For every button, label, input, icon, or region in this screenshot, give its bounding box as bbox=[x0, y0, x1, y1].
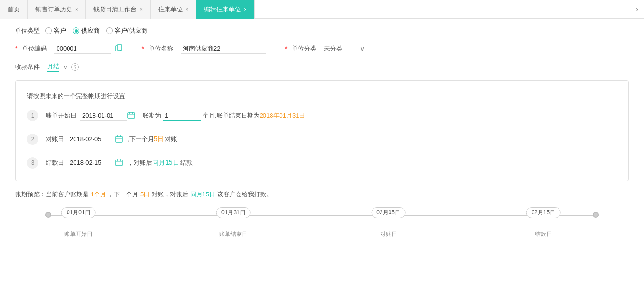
timeline-node-1: 01月01日 账单开始日 bbox=[61, 207, 96, 238]
step-1-period-suffix: 个月,账单结束日期为 bbox=[203, 111, 260, 120]
step-3-date-input[interactable] bbox=[68, 158, 115, 168]
step-1-period-label: 账期为 bbox=[143, 111, 161, 120]
payment-condition-row: 收款条件 月结 ∨ ? bbox=[15, 62, 629, 72]
radio-customer-circle bbox=[45, 27, 52, 34]
step-1-label: 账单开始日 bbox=[46, 111, 76, 120]
preview-highlight-2: 5日 bbox=[140, 191, 150, 198]
timeline-node-4: 02月15日 结款日 bbox=[526, 207, 560, 238]
step-1-end-date: 2018年01月31日 bbox=[260, 111, 305, 120]
svg-rect-2 bbox=[128, 113, 135, 118]
payment-dropdown-icon[interactable]: ∨ bbox=[63, 64, 68, 70]
step-row-3: 3 结款日 ，对账后 同月15日 结款 bbox=[27, 157, 617, 169]
tab-home[interactable]: 首页 bbox=[0, 0, 28, 19]
unit-category-required: * bbox=[285, 45, 287, 52]
close-edit-partner-icon[interactable]: × bbox=[244, 7, 246, 12]
preview-section: 账期预览：当前客户账期是 1个月 ，下一个月 5日 对账，对账后 同月15日 该… bbox=[15, 189, 629, 200]
preview-mid2: 对账，对账后 bbox=[152, 191, 188, 198]
radio-supplier-circle bbox=[73, 27, 79, 34]
tab-cash-work-label: 钱货日清工作台 bbox=[93, 5, 136, 14]
tabs-bar: 首页 销售订单历史 × 钱货日清工作台 × 往来单位 × 编辑往来单位 × › bbox=[0, 0, 644, 19]
tab-sales-history[interactable]: 销售订单历史 × bbox=[28, 0, 86, 19]
radio-both-circle bbox=[106, 27, 113, 34]
timeline-badge-2: 01月31日 bbox=[216, 207, 251, 218]
timeline-badge-3: 02月05日 bbox=[371, 207, 406, 218]
unit-category-group: * 单位分类 未分类 ∨ bbox=[285, 44, 364, 53]
tab-edit-partner[interactable]: 编辑往来单位 × bbox=[196, 0, 254, 19]
unit-code-label: 单位编码 bbox=[22, 44, 47, 53]
timeline-section: 01月01日 账单开始日 01月31日 账单结束日 02月05日 对账日 02月… bbox=[15, 200, 629, 245]
timeline-node-3: 02月05日 对账日 bbox=[371, 207, 406, 238]
timeline-label-1: 账单开始日 bbox=[64, 230, 93, 238]
step-2-calendar-icon[interactable] bbox=[115, 135, 123, 144]
inner-box: 请按照未来的一个完整帐期进行设置 1 账单开始日 账期为 个月,账单结束日期为 … bbox=[15, 80, 629, 181]
unit-category-label: 单位分类 bbox=[292, 44, 316, 53]
timeline-node-2: 01月31日 账单结束日 bbox=[216, 207, 251, 238]
svg-rect-1 bbox=[117, 45, 122, 50]
unit-type-label: 单位类型 bbox=[15, 26, 40, 35]
timeline-badge-4: 02月15日 bbox=[526, 207, 560, 218]
step-3-label: 结款日 bbox=[46, 159, 64, 167]
step-2-date-input[interactable] bbox=[68, 134, 115, 144]
tab-partner-unit[interactable]: 往来单位 × bbox=[151, 0, 196, 19]
timeline-label-3: 对账日 bbox=[380, 230, 397, 238]
unit-code-input[interactable] bbox=[54, 43, 111, 54]
tab-edit-partner-label: 编辑往来单位 bbox=[204, 5, 241, 14]
close-partner-unit-icon[interactable]: × bbox=[186, 7, 188, 12]
unit-name-input[interactable] bbox=[181, 43, 266, 54]
preview-highlight-1: 1个月 bbox=[91, 191, 106, 198]
radio-supplier-label: 供应商 bbox=[81, 26, 100, 35]
step-row-2: 2 对账日 ,下一个月 5日 对账 bbox=[27, 134, 617, 145]
tabs-more-arrow[interactable]: › bbox=[630, 0, 644, 19]
step-num-1: 1 bbox=[27, 110, 38, 121]
unit-code-required: * bbox=[15, 45, 17, 52]
timeline-right-dot bbox=[593, 212, 599, 218]
step-2-label: 对账日 bbox=[46, 135, 64, 144]
radio-supplier[interactable]: 供应商 bbox=[73, 26, 100, 35]
payment-condition-value: 月结 bbox=[47, 62, 59, 72]
unit-code-copy-icon[interactable] bbox=[115, 44, 122, 53]
timeline-wrapper: 01月01日 账单开始日 01月31日 账单结束日 02月05日 对账日 02月… bbox=[45, 207, 599, 245]
timeline-badge-1: 01月01日 bbox=[61, 207, 96, 218]
unit-name-group: * 单位名称 bbox=[141, 43, 265, 54]
step-num-2: 2 bbox=[27, 134, 38, 145]
help-circle-icon[interactable]: ? bbox=[71, 63, 79, 71]
step-2-note-suffix: 对账 bbox=[165, 135, 177, 144]
step-row-1: 1 账单开始日 账期为 个月,账单结束日期为 2018年01月31日 bbox=[27, 110, 617, 121]
unit-category-value: 未分类 bbox=[324, 44, 352, 53]
step-num-3: 3 bbox=[27, 157, 38, 169]
inner-box-title: 请按照未来的一个完整帐期进行设置 bbox=[27, 92, 617, 101]
unit-name-required: * bbox=[141, 45, 144, 52]
tab-sales-history-label: 销售订单历史 bbox=[35, 5, 72, 14]
timeline-line bbox=[45, 215, 599, 216]
tab-cash-work[interactable]: 钱货日清工作台 × bbox=[86, 0, 150, 19]
radio-both-label: 客户/供应商 bbox=[115, 26, 147, 35]
unit-type-row: 单位类型 客户 供应商 客户/供应商 bbox=[15, 26, 629, 35]
step-1-calendar-icon[interactable] bbox=[127, 111, 135, 120]
preview-mid1: ，下一个月 bbox=[108, 191, 138, 198]
unit-info-row: * 单位编码 * 单位名称 * 单位分类 未分类 ∨ bbox=[15, 43, 629, 54]
step-3-note-suffix: 结款 bbox=[180, 159, 193, 167]
step-3-note-prefix: ，对账后 bbox=[127, 159, 152, 167]
unit-type-radio-group: 客户 供应商 客户/供应商 bbox=[45, 26, 147, 35]
preview-highlight-3: 同月15日 bbox=[190, 191, 215, 198]
timeline-label-2: 账单结束日 bbox=[219, 230, 247, 238]
preview-prefix: 账期预览：当前客户账期是 bbox=[15, 191, 89, 198]
close-sales-history-icon[interactable]: × bbox=[75, 7, 78, 12]
step-3-note-highlight: 同月15日 bbox=[152, 159, 179, 167]
payment-condition-label: 收款条件 bbox=[15, 63, 40, 71]
tab-partner-unit-label: 往来单位 bbox=[158, 5, 183, 14]
step-2-note-highlight: 5日 bbox=[154, 135, 164, 144]
main-content: 单位类型 客户 供应商 客户/供应商 * 单位编码 bbox=[0, 19, 644, 287]
radio-both[interactable]: 客户/供应商 bbox=[106, 26, 147, 35]
unit-category-dropdown-icon[interactable]: ∨ bbox=[360, 45, 364, 52]
close-cash-work-icon[interactable]: × bbox=[139, 7, 142, 12]
timeline-label-4: 结款日 bbox=[535, 230, 552, 238]
radio-customer-label: 客户 bbox=[54, 26, 66, 35]
step-3-calendar-icon[interactable] bbox=[115, 159, 123, 168]
radio-customer[interactable]: 客户 bbox=[45, 26, 66, 35]
step-1-date-input[interactable] bbox=[80, 110, 127, 121]
tab-home-label: 首页 bbox=[8, 5, 20, 14]
step-2-note-prefix: ,下一个月 bbox=[127, 135, 154, 144]
step-1-period-input[interactable] bbox=[163, 110, 201, 121]
timeline-left-dot bbox=[45, 212, 51, 218]
